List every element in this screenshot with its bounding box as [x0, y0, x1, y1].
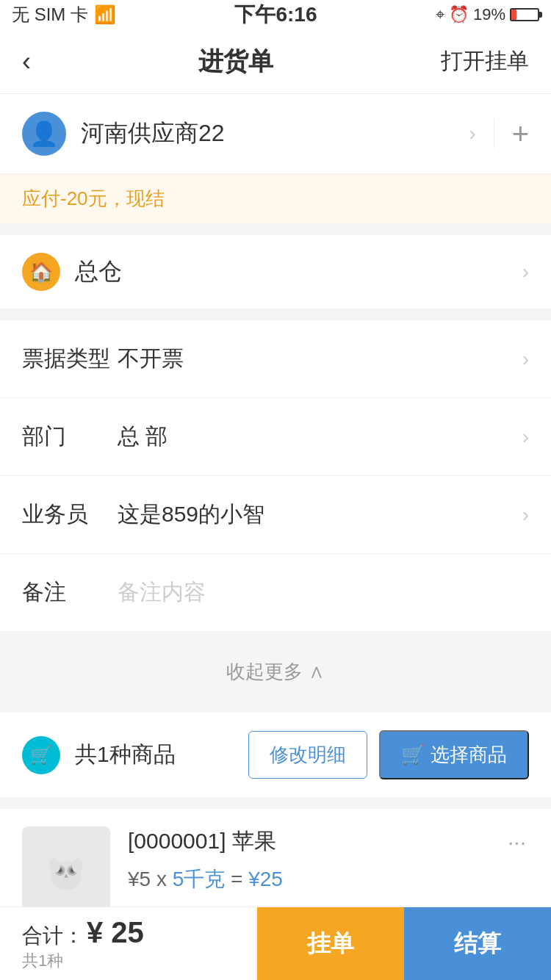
department-chevron-icon: › [522, 425, 529, 449]
product-name: [0000001] 苹果 [128, 826, 487, 857]
select-product-label: 选择商品 [431, 742, 507, 768]
divider [494, 119, 494, 148]
warehouse-icon: 🏠 [29, 261, 53, 284]
total-amount: ¥ 25 [87, 916, 144, 949]
location-icon: ⌖ [436, 5, 444, 24]
owl-logo [40, 845, 92, 896]
salesperson-label: 业务员 [22, 500, 118, 530]
department-value: 总 部 [118, 422, 522, 452]
select-product-button[interactable]: 🛒 选择商品 [379, 730, 529, 779]
invoice-type-value: 不开票 [118, 344, 522, 374]
warehouse-section: 🏠 总仓 › [0, 235, 551, 309]
more-button[interactable]: ··· [505, 826, 529, 857]
cart-icon: 🛒 [401, 743, 425, 766]
multiply-sign: x [156, 868, 173, 890]
remark-input[interactable]: 备注内容 [118, 577, 529, 608]
salesperson-chevron-icon: › [522, 503, 529, 527]
battery-icon [510, 8, 539, 21]
supplier-avatar: 👤 [22, 112, 66, 156]
status-bar: 无 SIM 卡 📶 下午6:16 ⌖ ⏰ 19% [0, 0, 551, 29]
warehouse-chevron-icon: › [522, 260, 529, 284]
status-time: 下午6:16 [234, 1, 317, 29]
wifi-icon: 📶 [94, 4, 116, 25]
warehouse-icon-wrap: 🏠 [22, 253, 60, 291]
product-thumbnail [22, 826, 110, 915]
products-icon: 🛒 [30, 745, 52, 765]
carrier-label: 无 SIM 卡 [12, 3, 88, 26]
product-quantity: 5千克 [173, 868, 226, 890]
products-header: 🛒 共1种商品 修改明细 🛒 选择商品 [0, 713, 551, 797]
products-section: 🛒 共1种商品 修改明细 🛒 选择商品 [0, 713, 551, 797]
battery-label: 19% [473, 5, 505, 24]
warehouse-row[interactable]: 🏠 总仓 › [0, 235, 551, 309]
add-button[interactable]: + [512, 118, 529, 151]
notice-bar: 应付-20元，现结 [0, 174, 551, 223]
warehouse-name: 总仓 [75, 256, 522, 288]
invoice-chevron-icon: › [522, 347, 529, 371]
avatar-icon: 👤 [29, 120, 59, 148]
invoice-type-row[interactable]: 票据类型 不开票 › [0, 320, 551, 398]
hang-button[interactable]: 挂单 [257, 907, 404, 980]
product-total: ¥25 [248, 868, 283, 890]
salesperson-row[interactable]: 业务员 这是859的小智 › [0, 476, 551, 554]
collapse-bar[interactable]: 收起更多 ∧ [0, 643, 551, 701]
product-price: ¥5 [128, 868, 151, 890]
products-count: 共1种商品 [75, 740, 248, 770]
open-hang-button[interactable]: 打开挂单 [441, 46, 529, 76]
bottom-bar: 合计： ¥ 25 共1种 挂单 结算 [0, 907, 551, 980]
status-right: ⌖ ⏰ 19% [436, 5, 539, 24]
product-code: [0000001] [128, 829, 226, 853]
products-icon-wrap: 🛒 [22, 736, 60, 774]
nav-bar: ‹ 进货单 打开挂单 [0, 29, 551, 94]
status-left: 无 SIM 卡 📶 [12, 3, 116, 26]
total-section: 合计： ¥ 25 共1种 [0, 907, 257, 980]
remark-label: 备注 [22, 577, 118, 608]
notice-text: 应付-20元，现结 [22, 187, 165, 209]
supplier-section: 👤 河南供应商22 › + 应付-20元，现结 [0, 94, 551, 223]
department-label: 部门 [22, 422, 118, 452]
edit-detail-button[interactable]: 修改明细 [248, 731, 367, 779]
back-button[interactable]: ‹ [22, 46, 31, 77]
checkout-button[interactable]: 结算 [404, 907, 551, 980]
department-row[interactable]: 部门 总 部 › [0, 398, 551, 476]
invoice-type-label: 票据类型 [22, 344, 118, 374]
collapse-label: 收起更多 ∧ [226, 660, 324, 682]
remark-row[interactable]: 备注 备注内容 [0, 554, 551, 631]
alarm-icon: ⏰ [449, 5, 469, 24]
page-title: 进货单 [198, 45, 273, 79]
supplier-row[interactable]: 👤 河南供应商22 › + [0, 94, 551, 174]
total-label: 合计： [22, 922, 84, 950]
product-info: [0000001] 苹果 ¥5 x 5千克 = ¥25 [128, 826, 487, 893]
form-section: 票据类型 不开票 › 部门 总 部 › 业务员 这是859的小智 › 备注 备注… [0, 320, 551, 631]
salesperson-value: 这是859的小智 [118, 500, 522, 530]
product-price-row: ¥5 x 5千克 = ¥25 [128, 865, 487, 893]
supplier-name: 河南供应商22 [81, 118, 469, 150]
product-title: 苹果 [232, 829, 276, 853]
supplier-chevron-icon: › [469, 122, 475, 145]
equals-sign: = [231, 868, 248, 890]
total-count: 共1种 [22, 950, 235, 972]
